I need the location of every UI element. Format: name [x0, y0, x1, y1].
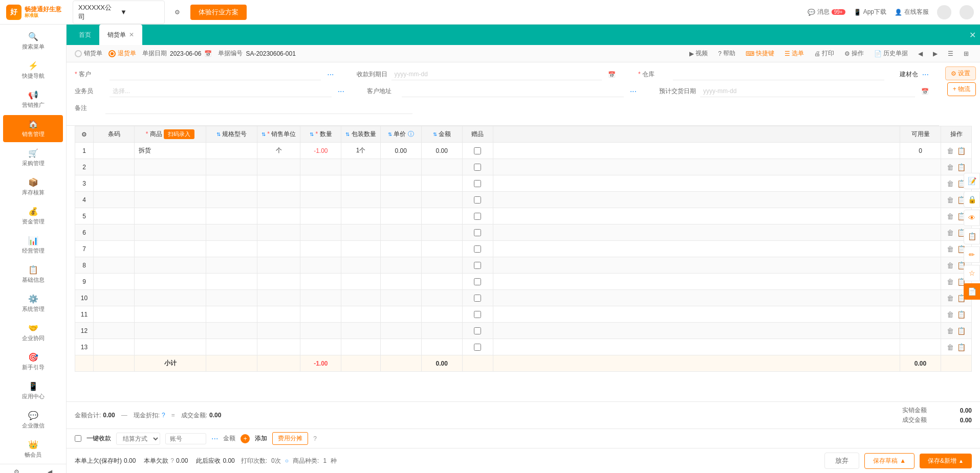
- radio-sales-order[interactable]: 销货单: [75, 49, 102, 58]
- delete-row-icon[interactable]: 🗑: [947, 343, 954, 351]
- delete-row-icon[interactable]: 🗑: [947, 229, 954, 237]
- cell-price-10[interactable]: [380, 306, 421, 323]
- cell-barcode-6[interactable]: [94, 241, 135, 257]
- cell-gift-10[interactable]: [462, 306, 493, 323]
- close-all-tabs-button[interactable]: ✕: [969, 30, 976, 40]
- cell-spec-4[interactable]: [206, 208, 257, 224]
- app-download-button[interactable]: 📱 App下载: [854, 8, 886, 16]
- account-ellipsis-icon[interactable]: ···: [211, 434, 218, 443]
- cell-gift-8[interactable]: [462, 274, 493, 290]
- gift-checkbox-10[interactable]: [474, 311, 481, 318]
- user-avatar[interactable]: [937, 5, 951, 19]
- cell-barcode-8[interactable]: [94, 274, 135, 290]
- cell-qty-5[interactable]: [300, 224, 341, 241]
- cell-qty-0[interactable]: -1.00: [300, 143, 341, 159]
- cell-price-7[interactable]: [380, 257, 421, 274]
- gift-checkbox-7[interactable]: [474, 262, 481, 269]
- copy-row-icon[interactable]: 📋: [957, 310, 966, 319]
- sidebar-item-search[interactable]: 🔍 搜索菜单: [3, 28, 63, 55]
- one-click-payment-checkbox[interactable]: [75, 435, 81, 442]
- expected-date-calendar-icon[interactable]: 📅: [919, 88, 931, 95]
- scan-barcode-button[interactable]: 扫码录入: [164, 129, 194, 139]
- cell-qty-12[interactable]: [300, 339, 341, 355]
- cell-price-12[interactable]: [380, 339, 421, 355]
- sidebar-collapse-icon[interactable]: ◀: [48, 468, 52, 473]
- cell-qty-11[interactable]: [300, 323, 341, 339]
- sidebar-item-guide[interactable]: 🎯 新手引导: [3, 348, 63, 375]
- delete-row-icon[interactable]: 🗑: [947, 327, 954, 335]
- sidebar-item-apps[interactable]: 📱 应用中心: [3, 377, 63, 404]
- shortcut-button[interactable]: ⌨ 快捷键: [743, 48, 777, 59]
- cell-price-11[interactable]: [380, 323, 421, 339]
- save-draft-button[interactable]: 保存草稿 ▲: [864, 453, 914, 469]
- tab-sales-order[interactable]: 销货单 ✕: [99, 25, 142, 45]
- settlement-select[interactable]: 结算方式: [116, 433, 160, 445]
- trial-button[interactable]: 体验行业方案: [190, 5, 247, 20]
- product-types-icon[interactable]: ○: [285, 457, 289, 464]
- rfp-eye-button[interactable]: 👁: [964, 210, 980, 226]
- cell-gift-3[interactable]: [462, 192, 493, 208]
- customer-input[interactable]: [110, 69, 321, 80]
- sidebar-item-finance[interactable]: 💰 资金管理: [3, 202, 63, 230]
- gift-checkbox-2[interactable]: [474, 180, 481, 187]
- sidebar-item-inventory[interactable]: 📦 库存核算: [3, 173, 63, 200]
- cell-spec-9[interactable]: [206, 290, 257, 306]
- cumulative-help-icon[interactable]: ?: [170, 457, 174, 464]
- copy-row-icon[interactable]: 📋: [957, 147, 966, 155]
- gift-checkbox-8[interactable]: [474, 278, 481, 285]
- customer-ellipsis-icon[interactable]: ···: [325, 70, 336, 79]
- form-settings-button[interactable]: ⚙ 设置: [945, 66, 976, 80]
- cell-barcode-0[interactable]: [94, 143, 135, 159]
- cell-price-3[interactable]: [380, 192, 421, 208]
- cell-price-1[interactable]: [380, 159, 421, 175]
- messages-button[interactable]: 💬 消息 99+: [808, 8, 845, 16]
- rfp-pencil-button[interactable]: ✏: [964, 246, 980, 263]
- cell-barcode-9[interactable]: [94, 290, 135, 306]
- sidebar-item-system[interactable]: ⚙️ 系统管理: [3, 290, 63, 317]
- cell-barcode-1[interactable]: [94, 159, 135, 175]
- warehouse-input[interactable]: [673, 69, 884, 80]
- gift-checkbox-4[interactable]: [474, 213, 481, 220]
- notes-input[interactable]: [105, 102, 412, 114]
- cell-qty-10[interactable]: [300, 306, 341, 323]
- copy-row-icon[interactable]: 📋: [957, 343, 966, 351]
- cell-gift-11[interactable]: [462, 323, 493, 339]
- cell-spec-1[interactable]: [206, 159, 257, 175]
- print-button[interactable]: 🖨 打印: [811, 48, 837, 59]
- cell-barcode-10[interactable]: [94, 306, 135, 323]
- cell-gift-6[interactable]: [462, 241, 493, 257]
- sidebar-item-operations[interactable]: 📊 经营管理: [3, 232, 63, 259]
- cell-spec-6[interactable]: [206, 241, 257, 257]
- formula-icon[interactable]: ?: [162, 412, 165, 419]
- save-new-button[interactable]: 保存&新增 ▲: [920, 454, 972, 468]
- warehouse-link-icon[interactable]: ···: [920, 70, 931, 79]
- cell-barcode-2[interactable]: [94, 175, 135, 192]
- delete-row-icon[interactable]: 🗑: [947, 147, 954, 155]
- gift-checkbox-9[interactable]: [474, 295, 481, 302]
- cell-price-8[interactable]: [380, 274, 421, 290]
- rfp-table-button[interactable]: 📋: [964, 228, 980, 244]
- customer-addr-input[interactable]: [402, 85, 624, 97]
- cell-spec-7[interactable]: [206, 257, 257, 274]
- delete-row-icon[interactable]: 🗑: [947, 212, 954, 220]
- settings-icon[interactable]: ⚙: [169, 4, 185, 20]
- gift-checkbox-0[interactable]: [474, 147, 481, 154]
- rfp-star-button[interactable]: ☆: [964, 265, 980, 281]
- cell-spec-0[interactable]: [206, 143, 257, 159]
- cell-gift-4[interactable]: [462, 208, 493, 224]
- cell-qty-8[interactable]: [300, 274, 341, 290]
- cell-qty-7[interactable]: [300, 257, 341, 274]
- gift-checkbox-1[interactable]: [474, 164, 481, 171]
- due-date-calendar-icon[interactable]: 📅: [606, 71, 618, 78]
- cell-price-0[interactable]: 0.00: [380, 143, 421, 159]
- due-date-input[interactable]: [391, 69, 602, 80]
- cell-gift-2[interactable]: [462, 175, 493, 192]
- cell-spec-5[interactable]: [206, 224, 257, 241]
- cell-gift-5[interactable]: [462, 224, 493, 241]
- rfp-lock-button[interactable]: 🔒: [964, 191, 980, 208]
- cell-spec-8[interactable]: [206, 274, 257, 290]
- tab-home[interactable]: 首页: [71, 25, 99, 45]
- cell-price-5[interactable]: [380, 224, 421, 241]
- sidebar-item-marketing[interactable]: 📢 营销推广: [3, 86, 63, 113]
- delete-row-icon[interactable]: 🗑: [947, 196, 954, 204]
